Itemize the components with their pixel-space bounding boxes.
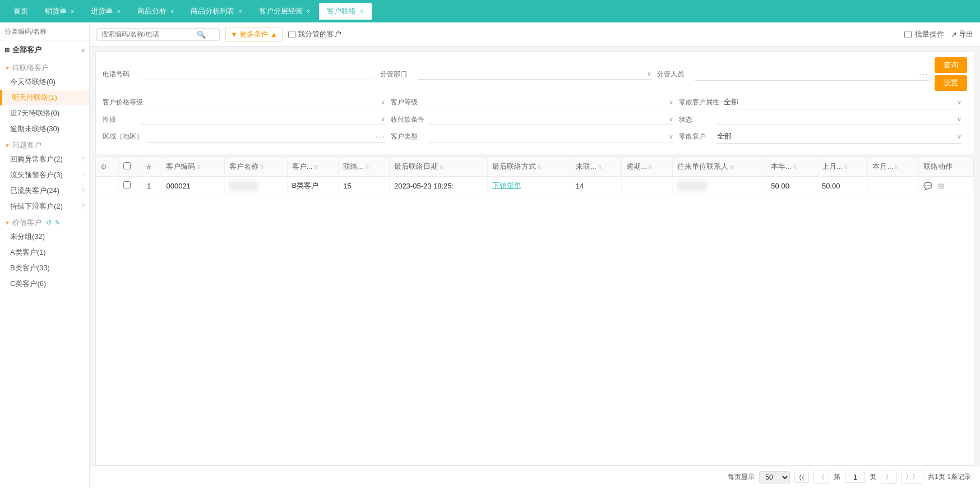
- my-customers-checkbox[interactable]: [288, 31, 295, 38]
- sidebar-item-7days[interactable]: 近7天待联络(0): [0, 105, 89, 121]
- page-size-select[interactable]: 50 100 200: [759, 471, 790, 484]
- nav-customer-contact[interactable]: 客户联络 ×: [319, 3, 371, 20]
- nav-product-analysis-list[interactable]: 商品分析列表 ×: [183, 3, 249, 20]
- col-checkbox[interactable]: [118, 157, 142, 177]
- nav-product-analysis[interactable]: 商品分析 ×: [130, 3, 182, 20]
- filter-cell-phone: 电话号码: [103, 68, 380, 80]
- sidebar-item-tomorrow[interactable]: 明天待联络(1): [0, 90, 89, 105]
- nav-sales-order[interactable]: 销货单 ×: [37, 3, 82, 20]
- col-type[interactable]: 客户...⇅: [287, 157, 339, 177]
- row-no-contact: 14: [571, 177, 622, 195]
- col-last-month[interactable]: 上月...⇅: [817, 157, 868, 177]
- row-checkbox[interactable]: [123, 181, 131, 188]
- reset-button[interactable]: 设置: [935, 75, 967, 91]
- filter-select-retail-attr[interactable]: 全部 ∨: [724, 95, 961, 109]
- close-icon[interactable]: ×: [117, 8, 120, 15]
- sort-icon: ⇅: [729, 164, 734, 170]
- filter-select-customer-grade[interactable]: ∨: [429, 97, 673, 108]
- sidebar-item-a-class[interactable]: A类客户(1): [0, 245, 89, 260]
- sidebar-item-ungrouped[interactable]: 未分组(32): [0, 229, 89, 245]
- caret-down-icon: ∨: [957, 116, 961, 123]
- sidebar-item-repurchase-abnormal[interactable]: 回购异常客户(2) ?: [0, 151, 89, 167]
- filter-select-customer-type[interactable]: ∨: [429, 131, 673, 142]
- col-contacts[interactable]: 联络...⇅: [339, 157, 390, 177]
- sort-icon: ⇅: [894, 164, 899, 170]
- filter-cell-price-grade: 客户价格等级 ∨: [103, 97, 391, 108]
- search-input[interactable]: [101, 30, 197, 38]
- my-customers-toggle[interactable]: 我分管的客户: [288, 29, 341, 39]
- refresh-icon[interactable]: ↺: [46, 219, 52, 227]
- filter-input-phone[interactable]: [141, 68, 375, 80]
- row-name: ████: [224, 177, 287, 195]
- chat-icon[interactable]: 💬: [923, 182, 932, 190]
- filter-select-retail[interactable]: 全部 ∨: [717, 130, 961, 144]
- edit-icon[interactable]: ✎: [55, 219, 61, 227]
- col-no-contact[interactable]: 未联...⇅: [571, 157, 622, 177]
- ellipsis-icon: ···: [375, 132, 385, 141]
- col-settings[interactable]: ⚙: [96, 157, 118, 177]
- col-overdue[interactable]: 逾期...⇅: [622, 157, 673, 177]
- nav-customer-layered[interactable]: 客户分层经营 ×: [251, 3, 318, 20]
- filter-select-price-grade[interactable]: ∨: [147, 97, 385, 108]
- sidebar-all-customers[interactable]: ⊞ 全部客户 «: [0, 40, 89, 59]
- first-page-button[interactable]: ⟨⟨: [794, 472, 809, 483]
- page-input[interactable]: [845, 472, 865, 483]
- col-code[interactable]: 客户编码⇅: [161, 157, 224, 177]
- select-all-checkbox[interactable]: [123, 162, 131, 169]
- prev-page-button[interactable]: 〈: [813, 471, 829, 484]
- filter-select-nature[interactable]: ∨: [141, 114, 385, 125]
- sidebar-item-c-class[interactable]: C类客户(6): [0, 276, 89, 292]
- filter-select-dept[interactable]: ∨: [418, 68, 652, 80]
- caret-down-icon: ∨: [669, 116, 673, 123]
- close-icon[interactable]: ×: [360, 8, 363, 15]
- filter-label-person: 分管人员: [657, 70, 691, 79]
- filter-select-status[interactable]: ∨: [717, 114, 961, 125]
- col-this-year[interactable]: 本年...⇅: [766, 157, 817, 177]
- sidebar-search-input[interactable]: [4, 27, 89, 35]
- export-button[interactable]: ↗ 导出: [951, 29, 973, 39]
- sidebar-item-b-class[interactable]: B类客户(33): [0, 260, 89, 276]
- nav-purchase-order[interactable]: 进货单 ×: [83, 3, 128, 20]
- filter-select-region[interactable]: ···: [147, 130, 385, 143]
- sidebar-item-churned[interactable]: 已流失客户(24) ?: [0, 183, 89, 199]
- main-layout: 🔍 ⊞ 全部客户 « ▼ 待联络客户 今天待联络(0) 明天待联络(1) 近7天…: [0, 22, 980, 488]
- filter-label-phone: 电话号码: [103, 70, 136, 79]
- batch-op-checkbox[interactable]: [904, 31, 912, 38]
- sidebar-item-churn-warning[interactable]: 流失预警客户(3) ?: [0, 167, 89, 183]
- next-page-button[interactable]: 〉: [881, 471, 896, 484]
- collapse-icon: «: [81, 47, 85, 53]
- sidebar: 🔍 ⊞ 全部客户 « ▼ 待联络客户 今天待联络(0) 明天待联络(1) 近7天…: [0, 22, 90, 488]
- col-last-contact-date[interactable]: 最后联络日期⇅: [389, 157, 487, 177]
- batch-op-button[interactable]: 批量操作: [904, 29, 944, 39]
- filter-label-price-grade: 客户价格等级: [103, 98, 143, 107]
- filter-select-payment[interactable]: ∨: [429, 114, 673, 125]
- more-filters-button[interactable]: ▼ 更多条件 ▲: [225, 27, 283, 42]
- filter-row-1: 电话号码 分管部门 ∨ 分管人员 ···: [103, 57, 967, 91]
- filter-label-customer-type: 客户类型: [391, 132, 424, 141]
- close-icon[interactable]: ×: [238, 8, 242, 15]
- sidebar-item-today[interactable]: 今天待联络(0): [0, 74, 89, 90]
- export-icon: ↗: [951, 30, 957, 39]
- row-checkbox-cell[interactable]: [118, 177, 142, 195]
- sidebar-item-overdue[interactable]: 逾期未联络(30): [0, 121, 89, 137]
- close-icon[interactable]: ×: [170, 8, 174, 15]
- col-name[interactable]: 客户名称⇅: [224, 157, 287, 177]
- sidebar-item-declining[interactable]: 持续下滑客户(2) ?: [0, 199, 89, 214]
- close-icon[interactable]: ×: [307, 8, 310, 15]
- search-icon[interactable]: 🔍: [197, 30, 206, 39]
- grid-action-icon[interactable]: ⊞: [938, 182, 944, 190]
- filter-icon: ▼: [230, 30, 238, 39]
- col-unit-contacts[interactable]: 往来单位联系人⇅: [672, 157, 766, 177]
- question-icon: ?: [81, 203, 85, 210]
- row-last-contact-method[interactable]: 下销货单: [487, 177, 571, 195]
- last-page-button[interactable]: 〉〉: [901, 471, 923, 484]
- nav-home[interactable]: 首页: [6, 3, 36, 20]
- filter-cell-customer-type: 客户类型 ∨: [391, 131, 679, 142]
- query-button[interactable]: 查询: [935, 57, 967, 73]
- close-icon[interactable]: ×: [71, 8, 74, 15]
- col-this-month[interactable]: 本月...⇅: [868, 157, 919, 177]
- col-last-contact-method[interactable]: 最后联络方式⇅: [487, 157, 571, 177]
- sidebar-group-pending: ▼ 待联络客户: [0, 59, 89, 74]
- row-this-year: 50.00: [766, 177, 817, 195]
- filter-select-person[interactable]: ···: [695, 68, 929, 81]
